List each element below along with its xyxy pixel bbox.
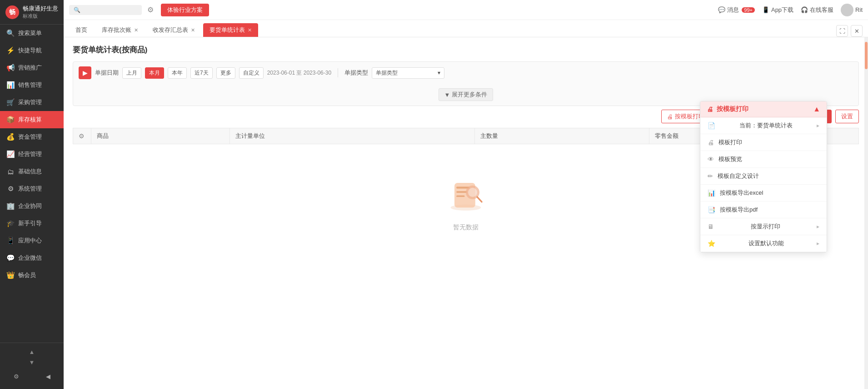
app-logo-text: 畅康通好生意 标准版 <box>23 5 58 20</box>
tab-order-stat[interactable]: 要货单统计表 ✕ <box>203 23 258 37</box>
export-pdf-icon: 📑 <box>708 206 715 213</box>
tab-close-batch-account[interactable]: ✕ <box>134 27 138 33</box>
topbar-search-box[interactable]: 🔍 <box>69 5 142 15</box>
sidebar-item-purchase[interactable]: 🛒 采购管理 <box>0 94 64 111</box>
expand-conditions-btn[interactable]: ▼ 展开更多条件 <box>439 88 494 101</box>
corp-wechat-icon: 💬 <box>6 254 15 262</box>
filter-divider <box>338 68 338 77</box>
tab-close-order-stat[interactable]: ✕ <box>248 27 252 33</box>
tab-close-all-btn[interactable]: ✕ <box>851 25 863 37</box>
settings-icon: ⚙ <box>14 373 19 380</box>
tab-home[interactable]: 首页 <box>69 23 94 37</box>
sidebar-item-basic[interactable]: 🗂 基础信息 <box>0 163 64 180</box>
print-menu-template-custom[interactable]: ✏ 模板自定义设计 <box>700 168 827 185</box>
scroll-down-btn[interactable]: ▼ <box>0 357 64 368</box>
table-col-goods: 商品 <box>91 128 230 144</box>
print-dropdown-header: 🖨 按模板打印 ▲ <box>700 101 827 117</box>
sidebar-item-inventory[interactable]: 📦 库存核算 <box>0 111 64 128</box>
tab-maximize-btn[interactable]: ⛶ <box>836 25 848 37</box>
type-select[interactable]: 单据类型 ▾ <box>372 67 444 79</box>
date-btn-custom[interactable]: 自定义 <box>239 67 264 79</box>
sidebar-item-sales[interactable]: 📊 销售管理 <box>0 76 64 94</box>
filter-bar: ▶ 单据日期 上月 本月 本年 近7天 更多 自定义 2023-06-01 至 … <box>73 61 859 106</box>
online-service-icon: 🎧 <box>801 6 808 13</box>
sidebar: 畅 畅康通好生意 标准版 🔍 搜索菜单 ⚡ 快捷导航 📢 营销推广 📊 销售管理… <box>0 0 64 389</box>
search-icon: 🔍 <box>6 29 15 37</box>
sidebar-item-corp[interactable]: 🏢 企业协同 <box>0 197 64 215</box>
trial-btn[interactable]: 体验行业方案 <box>161 4 209 16</box>
display-print-icon: 🖥 <box>708 223 714 230</box>
sidebar-item-quick-nav[interactable]: ⚡ 快捷导航 <box>0 42 64 59</box>
empty-illustration <box>443 172 489 217</box>
date-label: 单据日期 <box>95 69 119 77</box>
svg-rect-4 <box>456 196 464 197</box>
tab-close-collect-summary[interactable]: ✕ <box>191 27 195 33</box>
table-col-settings-icon[interactable]: ⚙ <box>79 132 85 140</box>
business-icon: 📈 <box>6 150 15 158</box>
page-content: 要货单统计表(按商品) ▶ 单据日期 上月 本月 本年 近7天 更多 自定义 2… <box>64 37 868 389</box>
sidebar-item-search[interactable]: 🔍 搜索菜单 <box>0 25 64 42</box>
expand-icon: ▼ <box>444 91 450 98</box>
filter-toggle-btn[interactable]: ▶ <box>79 66 91 79</box>
guide-icon: 🎓 <box>6 219 15 227</box>
scroll-thumb[interactable] <box>865 42 868 69</box>
app-logo-icon: 畅 <box>5 5 19 19</box>
app-download-btn[interactable]: 📱 App下载 <box>762 6 793 14</box>
print-menu-export-pdf[interactable]: 📑 按模板导出pdf <box>700 202 827 218</box>
purchase-icon: 🛒 <box>6 98 15 106</box>
date-btn-this-year[interactable]: 本年 <box>168 67 187 79</box>
tab-collect-summary[interactable]: 收发存汇总表 ✕ <box>146 23 201 37</box>
svg-line-7 <box>477 197 482 202</box>
date-btn-7days[interactable]: 近7天 <box>190 67 213 79</box>
inventory-icon: 📦 <box>6 116 15 124</box>
system-icon: ⚙ <box>6 185 15 193</box>
print-menu-current[interactable]: 📄 当前：要货单统计表 ▸ <box>700 117 827 134</box>
sidebar-item-app-center[interactable]: 📱 应用中心 <box>0 232 64 249</box>
print-menu-template-preview[interactable]: 👁 模板预览 <box>700 151 827 168</box>
date-btn-this-month[interactable]: 本月 <box>145 67 164 79</box>
table-settings-btn[interactable]: 设置 <box>835 110 859 123</box>
sidebar-item-finance[interactable]: 💰 资金管理 <box>0 128 64 146</box>
app-center-icon: 📱 <box>6 237 15 245</box>
topbar-right: 💬 消息 99+ 📱 App下载 🎧 在线客服 Rit <box>718 4 863 16</box>
svg-point-6 <box>468 188 477 197</box>
message-btn[interactable]: 💬 消息 99+ <box>718 6 755 14</box>
basic-icon: 🗂 <box>6 168 15 176</box>
main-area: 🔍 ⚙ 体验行业方案 💬 消息 99+ 📱 App下载 🎧 在线客服 Rit <box>64 0 868 389</box>
member-icon: 👑 <box>6 271 15 279</box>
sidebar-item-guide[interactable]: 🎓 新手引导 <box>0 215 64 232</box>
print-icon: 🖨 <box>667 113 673 120</box>
finance-icon: 💰 <box>6 133 15 141</box>
template-custom-icon: ✏ <box>708 172 713 180</box>
print-dropdown-close-btn[interactable]: ▲ <box>813 105 820 113</box>
type-select-arrow: ▾ <box>438 70 440 76</box>
tabs-right-controls: ⛶ ✕ <box>836 25 863 37</box>
print-dropdown-title: 🖨 按模板打印 <box>707 105 748 113</box>
tab-batch-account[interactable]: 库存批次账 ✕ <box>95 23 145 37</box>
current-template-icon: 📄 <box>708 122 715 129</box>
settings-btn[interactable]: ⚙ <box>7 369 25 384</box>
topbar-gear-icon[interactable]: ⚙ <box>147 5 154 14</box>
scroll-up-btn[interactable]: ▲ <box>0 347 64 357</box>
date-btn-more[interactable]: 更多 <box>216 67 235 79</box>
sidebar-item-marketing[interactable]: 📢 营销推广 <box>0 59 64 76</box>
sidebar-item-system[interactable]: ⚙ 系统管理 <box>0 180 64 197</box>
table-col-qty: 主数量 <box>475 128 649 144</box>
template-preview-icon: 👁 <box>708 156 714 163</box>
print-menu-set-default[interactable]: ⭐ 设置默认功能 ▸ <box>700 235 827 252</box>
date-btn-last-month[interactable]: 上月 <box>122 67 141 79</box>
print-menu-export-excel[interactable]: 📊 按模板导出excel <box>700 185 827 202</box>
corp-icon: 🏢 <box>6 202 15 210</box>
sidebar-item-business[interactable]: 📈 经营管理 <box>0 146 64 163</box>
sidebar-item-corp-wechat[interactable]: 💬 企业微信 <box>0 249 64 267</box>
print-dropdown: 🖨 按模板打印 ▲ 📄 当前：要货单统计表 ▸ 🖨 模板打印 👁 模板预览 ✏ <box>700 101 827 253</box>
print-menu-display-print[interactable]: 🖥 按显示打印 ▸ <box>700 218 827 235</box>
online-service-btn[interactable]: 🎧 在线客服 <box>801 6 833 14</box>
collapse-btn[interactable]: ◀ <box>40 369 57 384</box>
user-avatar[interactable]: Rit <box>841 4 863 16</box>
sidebar-item-member[interactable]: 👑 畅会员 <box>0 267 64 284</box>
print-menu-template-print[interactable]: 🖨 模板打印 <box>700 134 827 151</box>
tabs-bar: 首页 库存批次账 ✕ 收发存汇总表 ✕ 要货单统计表 ✕ ⛶ ✕ <box>64 20 868 37</box>
table-settings-col: ⚙ <box>73 128 91 144</box>
page-title: 要货单统计表(按商品) <box>73 45 859 55</box>
